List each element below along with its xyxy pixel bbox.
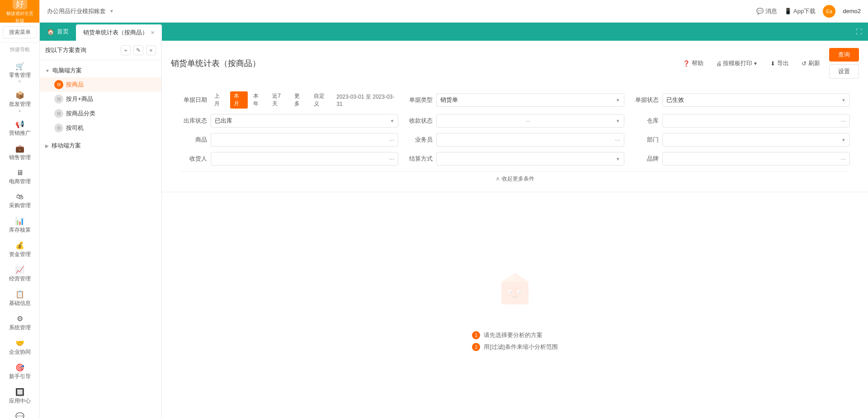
app-download-btn[interactable]: 📱 App下载 [784,7,816,15]
empty-state: 1 请先选择要分析的方案 2 用[过滤]条件来缩小分析范围 [162,192,868,418]
collapse-btn[interactable]: ∧ 收起更多条件 [180,171,850,186]
warehouse-dots[interactable]: ··· [840,117,846,124]
refresh-btn[interactable]: ↺ 刷新 [798,57,824,69]
home-label: 首页 [57,28,69,36]
shortcut-last-month[interactable]: 上月 [211,91,228,109]
tree-item-by-driver[interactable]: 按 按司机 [40,121,161,135]
collapse-panel-btn[interactable]: « [146,45,156,55]
sidebar-item-enterprise[interactable]: 🤝 企业协同 [0,335,39,360]
sidebar-item-inventory[interactable]: 📊 库存核算 [0,213,39,238]
tree-parent-mobile[interactable]: ▶ 移动端方案 [40,139,161,152]
app-logo[interactable]: 好 畅捷通好生意 标版 [0,0,39,23]
sidebar-item-ecommerce[interactable]: 🖥 电商管理 [0,165,39,189]
payment-status-dots[interactable]: ··· [525,117,531,124]
tab-close-btn[interactable]: ✕ [151,30,155,36]
message-icon: 💬 [756,8,764,14]
shortcut-this-year[interactable]: 本年 [250,91,267,109]
department-input[interactable]: ▼ [662,133,850,147]
sidebar-item-retail[interactable]: 🛒 零售管理 ▼ [0,58,39,87]
svg-marker-2 [515,273,528,282]
inventory-icon: 📊 [15,217,24,225]
department-label: 部门 [632,136,659,144]
shortcut-custom[interactable]: 自定义 [310,91,333,109]
user-name[interactable]: demo2 [843,8,861,14]
warehouse-status-input[interactable]: 已出库 ▼ [211,114,398,128]
brand-dots[interactable]: ··· [840,155,846,162]
export-btn[interactable]: ⬇ 导出 [767,57,793,69]
tip-text-1: 请先选择要分析的方案 [484,331,542,339]
sidebar-item-operations[interactable]: 📈 经营管理 [0,262,39,286]
refresh-label: 刷新 [808,59,820,67]
sidebar-item-finance[interactable]: 💰 资金管理 [0,238,39,262]
tree-item-by-product[interactable]: 按 按商品 [40,77,161,92]
search-menu-btn[interactable]: 搜索菜单 [3,26,37,38]
warehouse-filter-item: 仓库 ··· [632,114,850,128]
tree-parent-desktop[interactable]: ▼ 电脑端方案 [40,64,161,77]
receiver-dots[interactable]: ··· [389,155,395,162]
top-header: 办公用品行业模拟账套 ▼ 💬 消息 📱 App下载 Ea demo2 [40,0,868,23]
by-product-icon: 按 [54,80,63,89]
shortcut-this-month[interactable]: 本月 [230,91,248,109]
mobile-arrow-icon: ▶ [45,143,49,148]
sidebar-item-purchase[interactable]: 🛍 采购管理 [0,189,39,213]
doc-status-input[interactable]: 已生效 ▼ [662,93,850,107]
doc-type-input[interactable]: 销货单 ▼ [436,93,624,107]
tab-expand-btn[interactable]: ⛶ [850,23,868,41]
salesperson-dots[interactable]: ··· [615,136,620,143]
desktop-section-label: 电脑端方案 [52,66,82,75]
receiver-input[interactable]: ··· [211,152,398,166]
empty-svg [488,259,542,314]
filter-row-1: 单据日期 上月 本月 本年 近7天 更多 自定义 20 [180,91,850,109]
department-chevron-icon: ▼ [841,138,846,142]
apps-label: 应用中心 [9,397,31,405]
sidebar-item-newbie[interactable]: 🎯 新手引导 [0,360,39,384]
tab-home[interactable]: 🏠 首页 [40,23,76,41]
shortcut-more[interactable]: 更多 [291,91,308,109]
wholesale-icon: 📦 [15,91,24,100]
sidebar-item-wechat[interactable]: 💬 企业微信 [0,408,39,418]
wechat-icon: 💬 [15,412,24,418]
doc-status-label: 单据状态 [632,96,659,104]
salesperson-label: 业务员 [406,136,433,144]
tree-item-by-month-product[interactable]: 按 按月+商品 [40,92,161,106]
sidebar-item-sales[interactable]: 💼 销售管理 [0,141,39,165]
by-driver-label: 按司机 [66,124,84,132]
system-label: 系统管理 [9,324,31,332]
settings-btn[interactable]: 设置 [829,64,859,79]
basics-icon: 📋 [15,290,24,299]
sidebar-item-apps[interactable]: 🔲 应用中心 [0,384,39,408]
dropdown-arrow-icon: ▼ [109,9,114,14]
sidebar-item-marketing[interactable]: 📢 营销推广 [0,116,39,141]
sidebar-item-wholesale[interactable]: 📦 批发管理 ▲ [0,87,39,116]
sidebar-item-basics[interactable]: 📋 基础信息 [0,286,39,311]
add-scheme-btn[interactable]: ＋ [121,45,131,55]
tree-item-by-category[interactable]: 按 按商品分类 [40,106,161,121]
retail-arrow: ▼ [18,79,22,84]
payment-status-input[interactable]: ··· ▼ [436,114,624,128]
user-avatar[interactable]: Ea [823,5,835,18]
tab-sales-label: 销货单统计表（按商品） [83,28,148,37]
salesperson-input[interactable]: ··· [436,133,624,147]
product-dots[interactable]: ··· [389,136,395,143]
brand-input[interactable]: ··· [662,152,850,166]
app-download-label: App下载 [793,7,816,15]
left-panel-title: 按以下方案查询 [45,46,86,54]
help-btn[interactable]: ❓ 帮助 [679,57,707,69]
finance-label: 资金管理 [9,251,31,258]
edit-scheme-btn[interactable]: ✎ [133,45,143,55]
print-btn[interactable]: 🖨 按模板打印 ▼ [712,57,761,69]
sales-icon: 💼 [15,144,24,153]
warehouse-input[interactable]: ··· [662,114,850,128]
sidebar-item-system[interactable]: ⚙ 系统管理 [0,311,39,335]
department-filter-item: 部门 ▼ [632,133,850,147]
warehouse-status-filter-item: 出库状态 已出库 ▼ [180,114,398,128]
left-panel-header: 按以下方案查询 ＋ ✎ « [40,41,161,60]
payment-method-input[interactable]: ▼ [436,152,624,166]
message-btn[interactable]: 💬 消息 [756,7,777,15]
tab-sales-stat[interactable]: 销货单统计表（按商品） ✕ [76,24,162,41]
payment-method-label: 结算方式 [406,155,433,163]
query-btn[interactable]: 查询 [829,48,859,62]
shortcut-7days[interactable]: 近7天 [269,91,289,109]
logo-icon: 好 [13,0,27,10]
product-input[interactable]: ··· [211,133,398,147]
